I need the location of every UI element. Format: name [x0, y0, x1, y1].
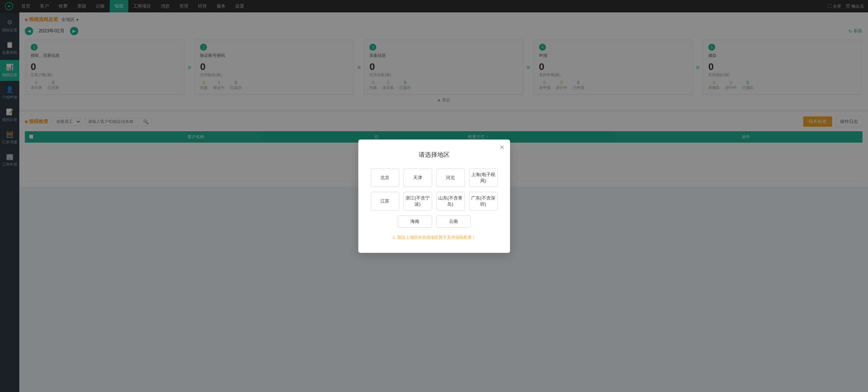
region-hainan[interactable]: 海南 [398, 215, 432, 228]
region-row-2: 江苏 浙江(不含宁波) 山东(不含青岛) 广东(不含深圳) [371, 192, 498, 210]
region-tianjin[interactable]: 天津 [403, 168, 432, 187]
region-shanghai[interactable]: 上海(电子税局) [469, 168, 498, 187]
region-beijing[interactable]: 北京 [371, 168, 399, 187]
region-yunnan[interactable]: 云南 [436, 215, 471, 228]
warning-icon: ⚠ [392, 235, 396, 240]
region-row-3: 海南 云南 [371, 215, 498, 228]
region-shandong[interactable]: 山东(不含青岛) [436, 192, 465, 210]
region-jiangsu[interactable]: 江苏 [371, 192, 399, 210]
region-hebei[interactable]: 河北 [436, 168, 465, 187]
modal-overlay[interactable]: ✕ 请选择地区 北京 天津 河北 上海(电子税局) 江苏 浙江(不含宁波) 山东… [0, 0, 868, 392]
modal-warning: ⚠ 除以上地区外其他地区暂不支持报税检查！ [371, 235, 498, 240]
modal-close-button[interactable]: ✕ [499, 144, 505, 151]
modal-title: 请选择地区 [371, 151, 498, 159]
region-guangdong[interactable]: 广东(不含深圳) [469, 192, 498, 210]
region-select-modal: ✕ 请选择地区 北京 天津 河北 上海(电子税局) 江苏 浙江(不含宁波) 山东… [358, 140, 510, 253]
region-row-1: 北京 天津 河北 上海(电子税局) [371, 168, 498, 187]
region-zhejiang[interactable]: 浙江(不含宁波) [403, 192, 432, 210]
